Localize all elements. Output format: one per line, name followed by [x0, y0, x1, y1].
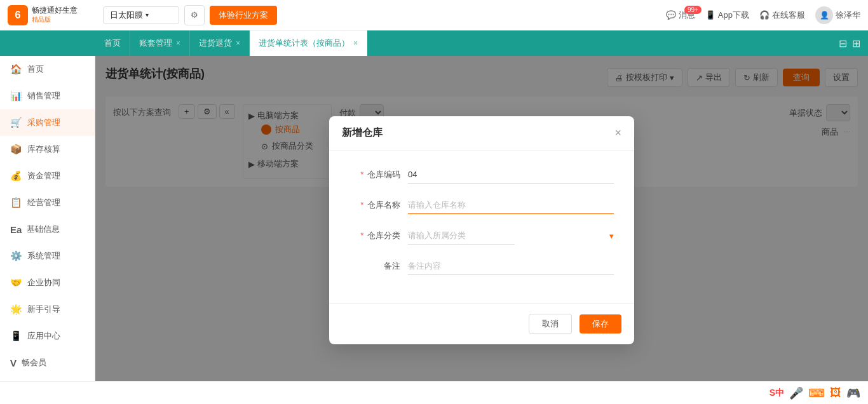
sidebar-item-system[interactable]: ⚙️ 系统管理: [0, 243, 95, 269]
logo-text: 畅捷通好生意: [32, 6, 78, 16]
tab-home[interactable]: 首页: [95, 30, 130, 56]
sidebar-item-inventory[interactable]: 📦 库存核算: [0, 136, 95, 163]
game-icon[interactable]: 🎮: [846, 386, 860, 400]
sidebar-item-vip[interactable]: V 畅会员: [0, 349, 95, 376]
sidebar-item-guide[interactable]: 🌟 新手引导: [0, 296, 95, 323]
name-input[interactable]: [408, 196, 614, 214]
modal-footer: 取消 保存: [329, 303, 634, 344]
tab-actions: ⊟ ⊞: [839, 37, 868, 50]
new-warehouse-modal: 新增仓库 × * 仓库编码 *: [329, 116, 634, 344]
bottom-bar: S中 🎤 ⌨ 🖼 🎮: [0, 381, 868, 404]
tab-maximize-icon[interactable]: ⊞: [852, 37, 860, 50]
logo-area: 6 畅捷通好生意 精品版: [8, 5, 103, 25]
app-download-item[interactable]: 📱 App下载: [705, 10, 749, 21]
logo-icon: 6: [8, 5, 28, 25]
system-icon: ⚙️: [10, 250, 22, 262]
modal-body: * 仓库编码 * 仓库名称: [329, 151, 634, 303]
purchase-icon: 🛒: [10, 117, 22, 128]
sidebar: 🏠 首页 📊 销售管理 🛒 采购管理 📦 库存核算 💰 资金管理 📋 经营管理 …: [0, 56, 95, 404]
tab-close-icon[interactable]: ×: [353, 39, 358, 48]
form-row-name: * 仓库名称: [349, 196, 614, 214]
sougou-icon[interactable]: S中: [770, 387, 784, 399]
sales-icon: 📊: [10, 90, 22, 102]
main-content: 进货单统计(按商品) 🖨 按模板打印 ▾ ↗ 导出 ↻ 刷新 查询 设置: [95, 56, 868, 404]
form-row-code: * 仓库编码: [349, 166, 614, 184]
form-row-remark: 备注: [349, 257, 614, 275]
tab-purchase-stats[interactable]: 进货单统计表（按商品） ×: [250, 30, 367, 56]
code-input[interactable]: [408, 166, 614, 184]
enterprise-icon: 🤝: [10, 277, 22, 288]
sidebar-item-enterprise[interactable]: 🤝 企业协同: [0, 269, 95, 296]
basic-info-icon: Ea: [10, 224, 22, 235]
tab-close-icon[interactable]: ×: [176, 39, 180, 48]
chevron-down-icon: ▾: [146, 11, 149, 18]
microphone-icon[interactable]: 🎤: [789, 386, 803, 400]
sidebar-item-basic-info[interactable]: Ea 基础信息: [0, 216, 95, 243]
service-item[interactable]: 🎧 在线客服: [759, 10, 805, 21]
tab-account[interactable]: 账套管理 ×: [130, 30, 190, 56]
sidebar-item-finance[interactable]: 💰 资金管理: [0, 163, 95, 189]
sidebar-item-purchase[interactable]: 🛒 采购管理: [0, 109, 95, 136]
sidebar-item-apps[interactable]: 📱 应用中心: [0, 323, 95, 349]
apps-icon: 📱: [10, 330, 22, 342]
store-name: 日太阳膜: [110, 10, 143, 21]
cancel-button[interactable]: 取消: [529, 314, 572, 334]
store-selector[interactable]: 日太阳膜 ▾: [103, 6, 179, 24]
modal-close-button[interactable]: ×: [614, 126, 621, 140]
modal-overlay: 新增仓库 × * 仓库编码 *: [95, 56, 868, 404]
trial-button[interactable]: 体验行业方案: [210, 6, 277, 25]
inventory-icon: 📦: [10, 144, 22, 155]
keyboard-icon[interactable]: ⌨: [808, 386, 825, 400]
logo-sub: 精品版: [32, 15, 78, 24]
save-button[interactable]: 保存: [580, 314, 621, 333]
avatar: 👤: [815, 6, 833, 24]
top-bar: 6 畅捷通好生意 精品版 日太阳膜 ▾ ⚙ 体验行业方案 💬 消息 99+ 📱 …: [0, 0, 868, 30]
sidebar-item-home[interactable]: 🏠 首页: [0, 56, 95, 83]
code-label: * 仓库编码: [349, 169, 400, 180]
remark-input[interactable]: [408, 257, 614, 275]
messages-item[interactable]: 💬 消息 99+: [666, 10, 695, 21]
home-icon: 🏠: [10, 64, 22, 75]
gear-button[interactable]: ⚙: [184, 5, 205, 25]
category-input[interactable]: [408, 227, 515, 245]
message-badge: 99+: [684, 6, 702, 14]
remark-label: 备注: [349, 260, 400, 272]
vip-icon: V: [10, 358, 17, 368]
management-icon: 📋: [10, 197, 22, 208]
form-row-category: * 仓库分类 ▾: [349, 227, 614, 245]
guide-icon: 🌟: [10, 304, 22, 315]
main-layout: 🏠 首页 📊 销售管理 🛒 采购管理 📦 库存核算 💰 资金管理 📋 经营管理 …: [0, 56, 868, 404]
category-select-wrapper: ▾: [408, 227, 614, 245]
tab-close-icon[interactable]: ×: [236, 39, 240, 48]
modal-header: 新增仓库 ×: [329, 116, 634, 151]
sidebar-item-management[interactable]: 📋 经营管理: [0, 189, 95, 216]
tab-bar: 首页 账套管理 × 进货退货 × 进货单统计表（按商品） × ⊟ ⊞: [0, 30, 868, 56]
message-icon: 💬: [666, 10, 676, 20]
user-item[interactable]: 👤 徐泽华: [815, 6, 860, 24]
tab-restore-icon[interactable]: ⊟: [839, 37, 847, 50]
chevron-down-icon: ▾: [609, 231, 614, 240]
name-label: * 仓库名称: [349, 199, 400, 211]
finance-icon: 💰: [10, 170, 22, 182]
tab-purchase-return[interactable]: 进货退货 ×: [190, 30, 250, 56]
category-label: * 仓库分类: [349, 230, 400, 241]
image-icon[interactable]: 🖼: [830, 386, 841, 400]
modal-title: 新增仓库: [342, 126, 383, 140]
headset-icon: 🎧: [759, 10, 770, 20]
sidebar-item-sales[interactable]: 📊 销售管理: [0, 83, 95, 109]
app-icon: 📱: [705, 10, 715, 20]
top-right: 💬 消息 99+ 📱 App下载 🎧 在线客服 👤 徐泽华: [666, 6, 860, 24]
